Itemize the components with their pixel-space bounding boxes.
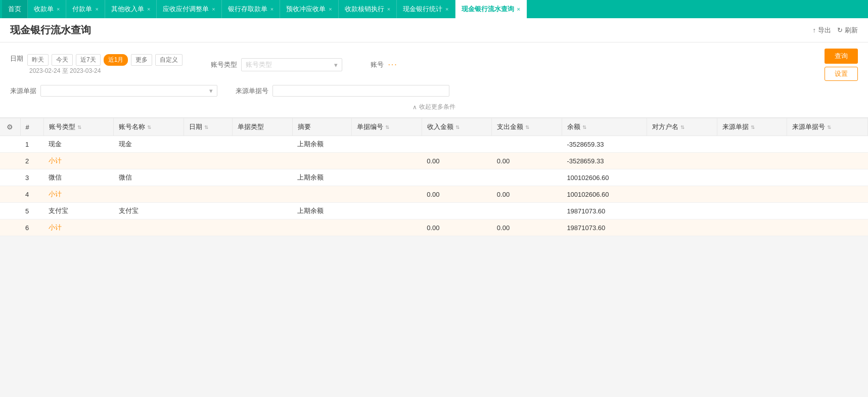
nav-cash-bank-flow-label: 现金银行流水查询 xyxy=(462,5,514,14)
td-settings xyxy=(0,153,20,169)
settings-button[interactable]: 设置 xyxy=(825,67,858,81)
td-account-name xyxy=(114,219,184,236)
td-doc-no xyxy=(352,186,422,203)
nav-item-cash-bank-flow[interactable]: 现金银行流水查询 × xyxy=(455,0,527,18)
account-label: 账号 xyxy=(371,60,384,69)
filter-row-2: 来源单据 ▾ 来源单据号 xyxy=(10,85,858,97)
nav-ar-ap-close[interactable]: × xyxy=(212,6,215,12)
col-counterpart[interactable]: 对方户名⇅ xyxy=(647,118,717,136)
nav-item-bank-deposit[interactable]: 银行存取款单 × xyxy=(222,0,280,18)
date-btn-7days[interactable]: 近7天 xyxy=(76,54,101,66)
settings-gear-icon[interactable]: ⚙ xyxy=(7,123,13,131)
nav-item-cash-bank-stat[interactable]: 现金银行统计 × xyxy=(397,0,455,18)
nav-payment-close[interactable]: × xyxy=(95,6,98,12)
header-row: ⚙ # 账号类型⇅ 账号名称⇅ 日期⇅ 单据类型 摘要 单据编号⇅ 收入金额⇅ … xyxy=(0,118,868,136)
table-row[interactable]: 2小计0.000.00-3528659.33 xyxy=(0,153,868,169)
td-date xyxy=(184,136,232,153)
nav-prepay-close[interactable]: × xyxy=(329,6,332,12)
query-button[interactable]: 查询 xyxy=(825,49,858,64)
td-source-doc-no xyxy=(787,169,868,186)
col-expense[interactable]: 支出金额⇅ xyxy=(492,118,562,136)
filter-area: 日期 昨天 今天 近7天 近1月 更多 自定义 2023-02-24 至 202… xyxy=(0,42,868,118)
main-table: ⚙ # 账号类型⇅ 账号名称⇅ 日期⇅ 单据类型 摘要 单据编号⇅ 收入金额⇅ … xyxy=(0,118,868,236)
nav-item-home[interactable]: 首页 xyxy=(2,0,28,18)
td-account-type: 小计 xyxy=(43,153,114,169)
col-account-name[interactable]: 账号名称⇅ xyxy=(114,118,184,136)
td-counterpart xyxy=(647,219,717,236)
td-date xyxy=(184,203,232,219)
date-btn-custom[interactable]: 自定义 xyxy=(155,54,182,66)
source-doc-label: 来源单据 xyxy=(10,86,36,96)
td-account-name: 支付宝 xyxy=(114,203,184,219)
nav-item-receipt[interactable]: 收款单 × xyxy=(28,0,66,18)
table-row[interactable]: 4小计0.000.00100102606.60 xyxy=(0,186,868,203)
nav-cash-bank-stat-label: 现金银行统计 xyxy=(403,5,442,14)
td-doc-type xyxy=(232,203,292,219)
td-account-type: 现金 xyxy=(43,136,114,153)
td-settings xyxy=(0,169,20,186)
table-row[interactable]: 5支付宝支付宝上期余额19871073.60 xyxy=(0,203,868,219)
date-btn-today[interactable]: 今天 xyxy=(52,54,73,66)
col-date[interactable]: 日期⇅ xyxy=(184,118,232,136)
table-row[interactable]: 1现金现金上期余额-3528659.33 xyxy=(0,136,868,153)
td-num: 6 xyxy=(20,219,43,236)
date-btn-1month[interactable]: 近1月 xyxy=(104,54,128,66)
table-row[interactable]: 3微信微信上期余额100102606.60 xyxy=(0,169,868,186)
td-source-doc xyxy=(717,186,787,203)
nav-item-ar-ap-adjust[interactable]: 应收应付调整单 × xyxy=(157,0,221,18)
td-source-doc xyxy=(717,169,787,186)
table-row[interactable]: 6小计0.000.0019871073.60 xyxy=(0,219,868,236)
nav-receipt-verify-close[interactable]: × xyxy=(387,6,390,12)
td-expense: 0.00 xyxy=(492,153,562,169)
sort-icon-account-name: ⇅ xyxy=(147,124,151,130)
nav-cash-bank-flow-close[interactable]: × xyxy=(517,6,520,12)
nav-item-prepay-offset[interactable]: 预收冲应收单 × xyxy=(280,0,338,18)
export-button[interactable]: ↑ 导出 xyxy=(813,26,832,35)
nav-item-other-income[interactable]: 其他收入单 × xyxy=(105,0,157,18)
refresh-button[interactable]: ↻ 刷新 xyxy=(837,26,858,35)
collapse-bar[interactable]: ∧ 收起更多条件 xyxy=(10,101,858,113)
td-doc-type xyxy=(232,169,292,186)
td-counterpart xyxy=(647,186,717,203)
col-income[interactable]: 收入金额⇅ xyxy=(422,118,492,136)
td-balance: 19871073.60 xyxy=(562,219,647,236)
nav-cash-bank-stat-close[interactable]: × xyxy=(445,6,448,12)
nav-receipt-close[interactable]: × xyxy=(57,6,60,12)
nav-other-income-close[interactable]: × xyxy=(147,6,150,12)
td-num: 4 xyxy=(20,186,43,203)
td-summary: 上期余额 xyxy=(292,136,351,153)
date-range: 2023-02-24 至 2023-03-24 xyxy=(29,67,182,75)
td-balance: 19871073.60 xyxy=(562,203,647,219)
date-btn-yesterday[interactable]: 昨天 xyxy=(27,54,49,66)
date-btn-more[interactable]: 更多 xyxy=(131,54,152,66)
col-account-type[interactable]: 账号类型⇅ xyxy=(43,118,114,136)
sort-icon-source-doc: ⇅ xyxy=(751,124,755,130)
td-income: 0.00 xyxy=(422,219,492,236)
nav-bank-deposit-close[interactable]: × xyxy=(270,6,273,12)
nav-receipt-label: 收款单 xyxy=(34,5,54,14)
col-settings[interactable]: ⚙ xyxy=(0,118,20,136)
source-doc-no-input[interactable] xyxy=(272,85,449,97)
td-expense xyxy=(492,203,562,219)
td-source-doc xyxy=(717,219,787,236)
col-balance[interactable]: 余额⇅ xyxy=(562,118,647,136)
td-date xyxy=(184,219,232,236)
nav-item-payment[interactable]: 付款单 × xyxy=(66,0,105,18)
date-filter-group: 日期 昨天 今天 近7天 近1月 更多 自定义 2023-02-24 至 202… xyxy=(10,54,182,75)
col-source-doc-no[interactable]: 来源单据号⇅ xyxy=(787,118,868,136)
col-doc-no[interactable]: 单据编号⇅ xyxy=(352,118,422,136)
nav-item-receipt-verify[interactable]: 收款核销执行 × xyxy=(339,0,397,18)
account-type-select[interactable]: 账号类型 ▾ xyxy=(241,58,342,71)
nav-other-income-label: 其他收入单 xyxy=(111,5,144,14)
td-num: 5 xyxy=(20,203,43,219)
td-summary xyxy=(292,186,351,203)
source-doc-select[interactable]: ▾ xyxy=(40,85,217,97)
td-doc-no xyxy=(352,219,422,236)
td-doc-type xyxy=(232,186,292,203)
account-group: 账号 ··· xyxy=(371,60,397,69)
td-expense: 0.00 xyxy=(492,219,562,236)
account-more-btn[interactable]: ··· xyxy=(388,60,397,69)
td-num: 3 xyxy=(20,169,43,186)
col-source-doc[interactable]: 来源单据⇅ xyxy=(717,118,787,136)
td-doc-no xyxy=(352,136,422,153)
